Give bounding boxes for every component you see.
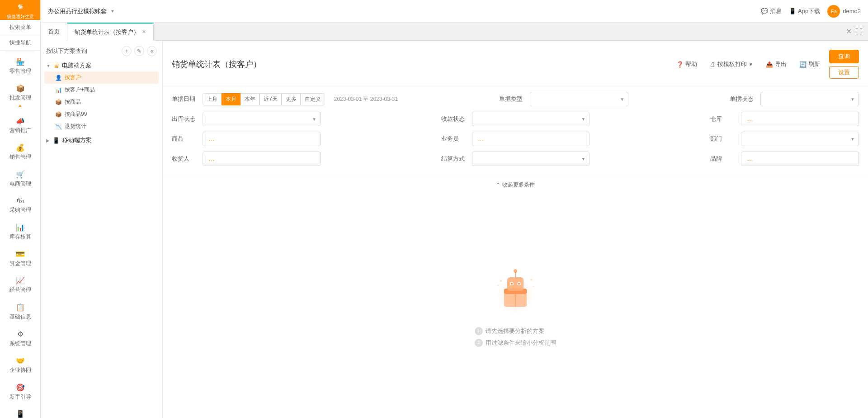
this-month-btn[interactable]: 本月: [222, 93, 241, 105]
svg-point-16: [533, 285, 534, 287]
date-label: 单据日期: [172, 95, 197, 103]
product-label: 商品: [172, 135, 197, 143]
product-select[interactable]: …: [203, 132, 321, 146]
return-icon: 📉: [55, 124, 62, 130]
sidebar-item-sales[interactable]: 💰 销售管理: [0, 139, 41, 166]
user-profile[interactable]: Ea demo2: [827, 5, 861, 18]
operations-icon: 📈: [16, 276, 25, 285]
salesperson-select[interactable]: …: [472, 132, 590, 146]
sidebar-item-basic[interactable]: 📋 基础信息: [0, 299, 41, 325]
scheme-actions: + ✎ «: [122, 46, 157, 56]
desktop-icon: 🖥: [53, 62, 59, 69]
scheme-item-by-product[interactable]: 📦 按商品: [44, 96, 159, 108]
customer-product-icon: 📊: [55, 87, 62, 93]
message-icon: 💬: [761, 8, 768, 14]
sidebar: 畅 畅捷通好生意 搜索菜单 快捷导航 🏪 零售管理 📦 批发管理 ▲ 📣 营销推…: [0, 0, 41, 418]
this-year-btn[interactable]: 本年: [241, 93, 259, 105]
filter-row-1: 单据日期 上月 本月 本年 近7天 更多 自定义 2023-03-01 至 20…: [172, 92, 859, 106]
page-title: 销货单统计表（按客户）: [172, 59, 261, 70]
custom-date-btn[interactable]: 自定义: [301, 93, 325, 105]
collapse-up-icon: ⌃: [496, 182, 500, 188]
logo-icon: 畅: [14, 0, 27, 13]
message-button[interactable]: 💬 消息: [761, 7, 782, 15]
sidebar-item-finance[interactable]: 💳 资金管理: [0, 245, 41, 272]
svg-rect-6: [507, 277, 524, 291]
brand-select[interactable]: …: [741, 152, 859, 166]
marketing-icon: 📣: [16, 117, 25, 125]
brand-label: 品牌: [710, 155, 736, 163]
query-button[interactable]: 查询: [829, 50, 859, 63]
doc-type-select[interactable]: ▼: [530, 92, 628, 106]
brand-ellipsis: …: [745, 155, 755, 162]
scheme-item-return-stat[interactable]: 📉 退货统计: [44, 120, 159, 133]
payment-status-select[interactable]: ▼: [472, 112, 590, 126]
quick-nav[interactable]: 快捷导航: [0, 35, 41, 51]
print-button[interactable]: 🖨 按模板打印 ▼: [706, 58, 757, 70]
sidebar-item-operations[interactable]: 📈 经营管理: [0, 272, 41, 299]
topbar-breadcrumb: 办公用品行业模拟账套: [48, 7, 107, 15]
sidebar-item-enterprise[interactable]: 🤝 企业协同: [0, 352, 41, 379]
doc-status-label: 单据状态: [730, 95, 755, 103]
department-select[interactable]: ▼: [741, 132, 859, 146]
sidebar-item-system[interactable]: ⚙ 系统管理: [0, 325, 41, 352]
collapse-bar[interactable]: ⌃ 收起更多条件: [163, 177, 868, 192]
tab-home[interactable]: 首页: [41, 23, 67, 41]
product-icon-1: 📦: [55, 99, 62, 105]
search-menu[interactable]: 搜索菜单: [0, 20, 41, 35]
svg-point-12: [514, 269, 517, 273]
sidebar-item-apps[interactable]: 📱 应用中心: [0, 405, 41, 418]
scheme-item-by-product-99[interactable]: 📦 按商品99: [44, 108, 159, 120]
scheme-item-by-customer[interactable]: 👤 按客户: [44, 71, 159, 84]
topbar-right: 💬 消息 📱 App下载 Ea demo2: [761, 5, 861, 18]
sidebar-item-ecommerce[interactable]: 🛒 电商管理: [0, 166, 41, 192]
date-group: 上月 本月 本年 近7天 更多 自定义: [203, 93, 325, 105]
scheme-group-desktop-header[interactable]: ▼ 🖥 电脑端方案: [44, 60, 159, 71]
salesperson-label: 业务员: [441, 135, 467, 143]
last-7-days-btn[interactable]: 近7天: [259, 93, 282, 105]
page-actions: ❓ 帮助 🖨 按模板打印 ▼ 📤 导出 🔄 刷新: [673, 46, 859, 82]
receiver-select[interactable]: …: [203, 152, 321, 166]
ecommerce-icon: 🛒: [16, 170, 25, 179]
sidebar-item-inventory[interactable]: 📊 库存核算: [0, 218, 41, 245]
help-button[interactable]: ❓ 帮助: [673, 58, 701, 70]
scheme-item-by-customer-product[interactable]: 📊 按客户+商品: [44, 84, 159, 96]
out-status-select[interactable]: ▼: [203, 112, 321, 126]
sidebar-item-retail[interactable]: 🏪 零售管理: [0, 53, 41, 80]
filter-area: 单据日期 上月 本月 本年 近7天 更多 自定义 2023-03-01 至 20…: [163, 86, 868, 177]
department-arrow: ▼: [850, 137, 855, 142]
last-month-btn[interactable]: 上月: [203, 93, 222, 105]
scheme-group-desktop-items: 👤 按客户 📊 按客户+商品 📦 按商品 📦 按商品99: [44, 71, 159, 133]
refresh-button[interactable]: 🔄 刷新: [796, 58, 824, 70]
retail-icon: 🏪: [16, 57, 25, 66]
export-button[interactable]: 📤 导出: [762, 58, 790, 70]
warehouse-label: 仓库: [710, 115, 736, 123]
app-download-button[interactable]: 📱 App下载: [789, 7, 820, 15]
divider-1: [6, 52, 34, 52]
sidebar-item-newbie[interactable]: 🎯 新手引导: [0, 379, 41, 405]
svg-text:畅: 畅: [18, 4, 23, 9]
scheme-group-mobile-header[interactable]: ▶ 📱 移动端方案: [44, 134, 159, 146]
close-window-button[interactable]: ✕: [846, 27, 852, 36]
maximize-button[interactable]: ⛶: [855, 28, 863, 36]
tab-sales-stat[interactable]: 销货单统计表（按客户） ✕: [67, 23, 154, 41]
customer-icon: 👤: [55, 75, 62, 81]
warehouse-select[interactable]: …: [741, 112, 859, 126]
download-icon: 📱: [789, 8, 796, 14]
breadcrumb-arrow[interactable]: ▼: [110, 9, 115, 14]
sidebar-item-marketing[interactable]: 📣 营销推广: [0, 112, 41, 139]
filter-row-4: 收货人 … 结算方式 ▼ 品牌 …: [172, 152, 859, 166]
wholesale-icon: 📦: [16, 84, 25, 93]
scheme-collapse-button[interactable]: «: [147, 46, 157, 56]
tab-close-button[interactable]: ✕: [142, 29, 146, 35]
scheme-edit-button[interactable]: ✎: [134, 46, 144, 56]
out-status-arrow: ▼: [312, 117, 316, 122]
more-date-btn[interactable]: 更多: [282, 93, 301, 105]
scheme-add-button[interactable]: +: [122, 46, 132, 56]
app-logo[interactable]: 畅 畅捷通好生意: [0, 0, 41, 20]
sidebar-item-purchase[interactable]: 🛍 采购管理: [0, 192, 41, 218]
doc-status-select[interactable]: ▼: [760, 92, 859, 106]
sidebar-item-wholesale[interactable]: 📦 批发管理 ▲: [0, 80, 41, 112]
settings-button[interactable]: 设置: [829, 66, 859, 79]
purchase-icon: 🛍: [17, 197, 24, 205]
settlement-select[interactable]: ▼: [472, 152, 590, 166]
